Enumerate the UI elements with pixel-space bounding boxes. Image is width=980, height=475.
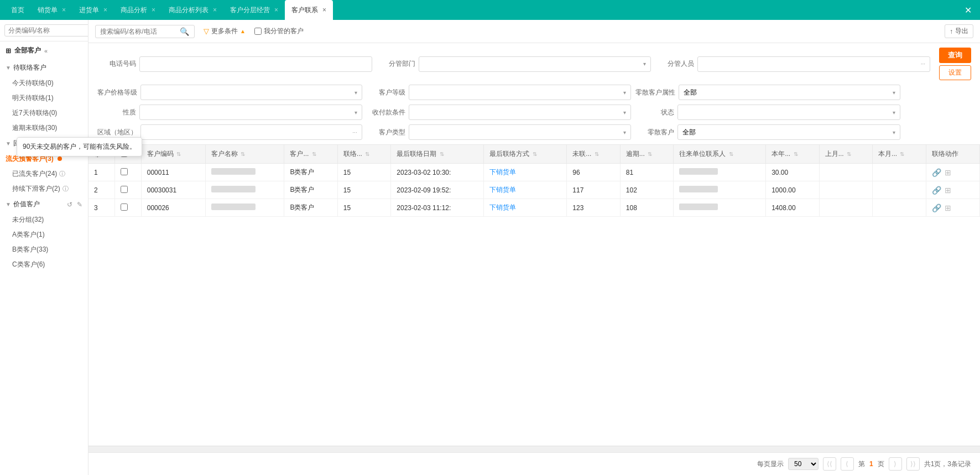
export-button[interactable]: ↑ 导出 (945, 24, 973, 38)
filter-select-person[interactable]: ··· (697, 56, 930, 72)
per-page-select[interactable]: 50 100 200 (788, 458, 819, 470)
nature-dropdown-icon: ▾ (355, 109, 357, 116)
filter-select-customer-type[interactable]: ▾ (409, 124, 632, 140)
payment-dropdown-icon: ▾ (623, 109, 626, 116)
cell-last-method-0[interactable]: 下销货单 (484, 164, 567, 181)
link-icon-1[interactable]: 🔗 (932, 186, 941, 195)
filter-input-phone[interactable] (139, 56, 372, 72)
filter-select-payment[interactable]: ▾ (409, 105, 632, 120)
link-icon-2[interactable]: 🔗 (932, 203, 941, 212)
refresh-icon[interactable]: ↺ (67, 201, 72, 208)
tab-customer-segmentation[interactable]: 客户分层经营 × (223, 0, 285, 20)
th-overdue[interactable]: 逾期... ⇅ (620, 145, 673, 164)
edit-icon[interactable]: ✎ (77, 201, 82, 208)
row-checkbox-0[interactable] (121, 168, 128, 175)
th-last-month[interactable]: 上月... ⇅ (819, 145, 872, 164)
next-page-button[interactable]: ⟩ (889, 457, 902, 471)
filter-select-customer-level[interactable]: ▾ (409, 85, 632, 100)
row-checkbox-2[interactable] (121, 203, 128, 211)
table-row: 2 00030031 B类客户 15 2023-02-09 19:52: 下销货… (88, 181, 980, 199)
grid-action-icon-0[interactable]: ⊞ (945, 168, 951, 177)
tab-product-analysis-list-close[interactable]: × (213, 6, 217, 14)
grid-action-icon-2[interactable]: ⊞ (945, 203, 951, 212)
tab-product-analysis-list[interactable]: 商品分析列表 × (162, 0, 223, 20)
sidebar-item-ungroup[interactable]: 未分组(32) (0, 212, 88, 227)
tab-product-analysis-close[interactable]: × (152, 6, 155, 14)
cell-code-2: 000026 (141, 199, 205, 217)
filter-select-dept[interactable]: ▾ (419, 56, 651, 72)
last-method-link-2[interactable]: 下销货单 (489, 203, 516, 211)
sidebar-item-today[interactable]: 今天待联络(0) (0, 76, 88, 91)
filter-select-region[interactable]: ··· (140, 124, 362, 140)
table-horizontal-scrollbar[interactable] (88, 446, 980, 452)
filter-label-status: 状态 (635, 108, 674, 117)
last-method-link-0[interactable]: 下销货单 (489, 168, 516, 176)
first-page-button[interactable]: ⟨⟨ (823, 457, 836, 471)
sidebar-section-pending[interactable]: ▼ 待联络客户 (0, 60, 88, 76)
window-close-button[interactable]: ✕ (960, 2, 976, 18)
link-icon-0[interactable]: 🔗 (932, 168, 941, 177)
cell-unlisted-2: 123 (567, 199, 620, 217)
filter-row-4: 区域（地区） ··· 客户类型 ▾ 零散客户 全部 (97, 124, 971, 140)
tab-home[interactable]: 首页 (4, 0, 31, 20)
tab-purchase-close[interactable]: × (103, 6, 107, 14)
query-button[interactable]: 查询 (939, 48, 971, 63)
filter-select-nature[interactable]: ▾ (139, 105, 362, 120)
cell-last-method-1[interactable]: 下销货单 (484, 181, 567, 199)
filter-select-price-level[interactable]: ▾ (140, 85, 362, 100)
sidebar-collapse-icon: « (44, 48, 48, 54)
tab-product-analysis[interactable]: 商品分析 × (114, 0, 162, 20)
th-contact[interactable]: 联络... ⇅ (337, 145, 390, 164)
grid-action-icon-1[interactable]: ⊞ (945, 186, 951, 195)
filter-select-retail-attr[interactable]: 全部 ▾ (679, 85, 900, 100)
filter-more-btn[interactable]: ▽ 更多条件 ▲ (199, 25, 250, 38)
sidebar-item-tomorrow[interactable]: 明天待联络(1) (0, 91, 88, 106)
setting-button[interactable]: 设置 (939, 65, 971, 80)
cell-type-0: B类客户 (284, 164, 337, 181)
tab-customer-seg-close[interactable]: × (274, 6, 278, 14)
filter-panel: 电话号码 分管部门 ▾ 分管人员 ··· (88, 43, 980, 145)
toolbar-search-input[interactable] (100, 28, 178, 35)
last-page-button[interactable]: ⟩⟩ (906, 457, 920, 471)
tab-customer-contact[interactable]: 客户联系 × (285, 0, 333, 20)
sidebar-section-value[interactable]: ▼ 价值客户 ↺ ✎ (0, 196, 88, 212)
th-last-method[interactable]: 最后联络方式 ⇅ (484, 145, 567, 164)
sidebar-item-7days[interactable]: 近7天待联络(0) (0, 106, 88, 121)
th-name[interactable]: 客户名称 ⇅ (205, 145, 284, 164)
row-checkbox-1[interactable] (121, 186, 128, 193)
prev-page-button[interactable]: ⟨ (841, 457, 854, 471)
filter-select-retail-customer[interactable]: 全部 ▾ (677, 124, 900, 140)
filter-select-status[interactable]: ▾ (677, 105, 900, 120)
my-customers-checkbox-label[interactable]: 我分管的客户 (254, 27, 304, 36)
th-unlisted[interactable]: 未联... ⇅ (567, 145, 620, 164)
sort-icon-last-method: ⇅ (533, 151, 537, 157)
filter-field-customer-level: 客户等级 ▾ (367, 85, 632, 100)
sidebar-search-input[interactable] (4, 24, 88, 36)
th-type[interactable]: 客户... ⇅ (284, 145, 337, 164)
th-last-date[interactable]: 最后联络日期 ⇅ (391, 145, 484, 164)
th-this-year[interactable]: 本年... ⇅ (766, 145, 819, 164)
filter-label-person: 分管人员 (655, 59, 694, 69)
cell-last-method-2[interactable]: 下销货单 (484, 199, 567, 217)
th-contact-person[interactable]: 往来单位联系人 ⇅ (674, 145, 766, 164)
tab-purchase-order[interactable]: 进货单 × (72, 0, 114, 20)
sidebar-item-class-b[interactable]: B类客户(33) (0, 242, 88, 257)
th-this-month[interactable]: 本月... ⇅ (873, 145, 926, 164)
last-method-link-1[interactable]: 下销货单 (489, 186, 516, 194)
sidebar-item-declining[interactable]: 持续下滑客户(2) ⓘ (0, 181, 88, 196)
tab-sales-order[interactable]: 销货单 × (31, 0, 72, 20)
sort-icon-last-date: ⇅ (440, 151, 444, 157)
th-code[interactable]: 客户编码 ⇅ (141, 145, 205, 164)
tab-sales-order-close[interactable]: × (62, 6, 66, 14)
filter-field-dept: 分管部门 ▾ (377, 56, 651, 72)
sidebar-item-class-a[interactable]: A类客户(1) (0, 227, 88, 242)
customer-level-dropdown-icon: ▾ (623, 90, 626, 96)
sort-icon-this-year: ⇅ (794, 151, 798, 157)
sidebar-item-churned[interactable]: 已流失客户(24) ⓘ (0, 166, 88, 181)
sidebar-root[interactable]: ⊞ 全部客户 « (0, 41, 88, 60)
toolbar-search-icon: 🔍 (180, 27, 189, 36)
my-customers-checkbox[interactable] (254, 28, 262, 35)
sidebar-item-class-c[interactable]: C类客户(6) (0, 257, 88, 272)
tab-customer-contact-close[interactable]: × (322, 6, 326, 14)
sidebar-item-overdue[interactable]: 逾期未联络(30) (0, 121, 88, 135)
